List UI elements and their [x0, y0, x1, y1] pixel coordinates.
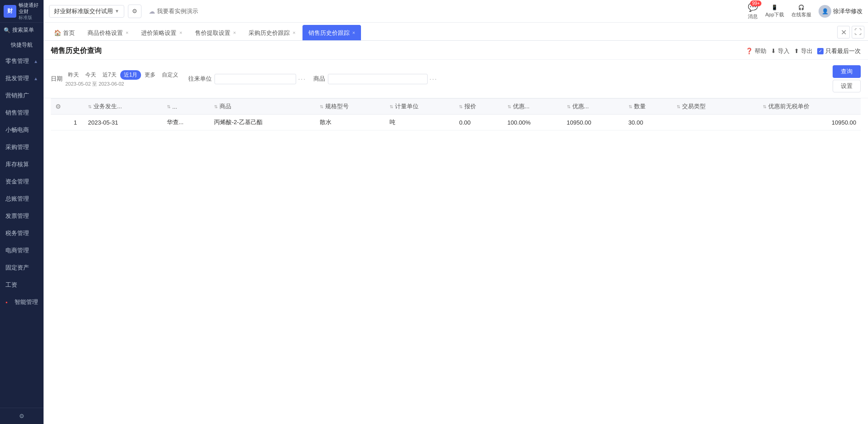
- sidebar-item-ecommerce[interactable]: 电商管理: [0, 242, 44, 259]
- sidebar-quick-nav[interactable]: 快捷导航: [0, 38, 44, 53]
- home-icon: 🏠: [54, 29, 61, 36]
- topbar: 好业财标准版交付试用 ▼ ⚙ ☁ 我要看实例演示 💬 99+ 消息 📱 App下…: [44, 0, 868, 23]
- source-dots[interactable]: ···: [298, 75, 306, 82]
- product-dots[interactable]: ···: [429, 75, 438, 82]
- sidebar-item-sales[interactable]: 销售管理: [0, 104, 44, 121]
- sidebar: 财 畅捷通好业财 标准版 🔍 搜索菜单 快捷导航 零售管理 ▲ 批发管理 ▲ 营…: [0, 0, 44, 424]
- settings-gear-icon: ⚙: [19, 413, 24, 419]
- tab-purchase-history[interactable]: 采购历史价跟踪 ×: [243, 25, 301, 40]
- product-input-wrap: ···: [328, 74, 438, 84]
- tab-close-purchase-strategy[interactable]: ×: [179, 30, 182, 35]
- tab-close-sales-history[interactable]: ×: [352, 30, 355, 35]
- date-btn-more[interactable]: 更多: [142, 70, 158, 80]
- maximize-tab-btn[interactable]: ⛶: [852, 26, 864, 39]
- sidebar-item-assets[interactable]: 固定资产: [0, 259, 44, 276]
- logo-text: 畅捷通好业财 标准版: [19, 2, 40, 21]
- settings-filter-btn[interactable]: 设置: [833, 80, 861, 92]
- sort-pretax-price-icon: ⇅: [763, 104, 766, 109]
- company-selector[interactable]: 好业财标准版交付试用 ▼: [49, 5, 124, 18]
- date-btn-custom[interactable]: 自定义: [159, 70, 181, 80]
- tab-sale-extract[interactable]: 售价提取设置 ×: [189, 25, 242, 40]
- sidebar-item-ecommerce-small[interactable]: 小畅电商: [0, 121, 44, 139]
- th-extra[interactable]: ⇅ ...: [162, 99, 210, 115]
- date-filter-btns: 昨天 今天 近7天 近1月 更多 自定义: [65, 70, 181, 80]
- th-pretax-price[interactable]: ⇅ 优惠前无税单价: [758, 99, 861, 115]
- import-btn[interactable]: ⬇ 导入: [771, 47, 790, 55]
- td-spec: 散水: [315, 115, 385, 130]
- th-unit[interactable]: ⇅ 计量单位: [385, 99, 455, 115]
- data-table: ⚙ ⇅ 业务发生... ⇅: [51, 98, 861, 130]
- sidebar-item-invoice[interactable]: 发票管理: [0, 207, 44, 225]
- sidebar-settings-btn[interactable]: ⚙: [0, 408, 44, 424]
- sidebar-item-inventory[interactable]: 库存核算: [0, 156, 44, 173]
- tab-sales-history[interactable]: 销售历史价跟踪 ×: [302, 25, 361, 40]
- app-download-btn[interactable]: 📱 App下载: [765, 5, 784, 18]
- query-btn[interactable]: 查询: [833, 65, 861, 78]
- close-tab-btn[interactable]: ✕: [837, 26, 850, 39]
- tab-purchase-strategy[interactable]: 进价策略设置 ×: [135, 25, 188, 40]
- sidebar-item-wholesale[interactable]: 批发管理 ▲: [0, 70, 44, 87]
- td-row-settings: [51, 115, 67, 130]
- th-discount1[interactable]: ⇅ 优惠...: [503, 99, 562, 115]
- page-header: 销售历史价查询 ❓ 帮助 ⬇ 导入 ⬆ 导出 ✓: [44, 41, 868, 60]
- th-price[interactable]: ⇅ 报价: [454, 99, 502, 115]
- tab-product-price[interactable]: 商品价格设置 ×: [82, 25, 134, 40]
- table-row[interactable]: 1 2023-05-31 华查... 丙烯酸-2-乙基己酯 散水 吨 0.00 …: [51, 115, 861, 130]
- tabbar-controls: ✕ ⛶: [837, 26, 868, 40]
- sidebar-item-retail[interactable]: 零售管理 ▲: [0, 53, 44, 70]
- chevron-retail-icon: ▲: [34, 59, 38, 64]
- source-input[interactable]: [215, 74, 296, 84]
- sort-discount2-icon: ⇅: [567, 104, 571, 109]
- source-filter-group: 往来单位 ···: [188, 74, 306, 84]
- sidebar-item-ledger[interactable]: 总账管理: [0, 190, 44, 207]
- help-btn[interactable]: ❓ 帮助: [746, 47, 766, 55]
- main-area: 好业财标准版交付试用 ▼ ⚙ ☁ 我要看实例演示 💬 99+ 消息 📱 App下…: [44, 0, 868, 424]
- td-product: 丙烯酸-2-乙基己酯: [210, 115, 315, 130]
- chevron-wholesale-icon: ▲: [34, 76, 38, 81]
- user-profile-btn[interactable]: 👤 徐泽华修改: [819, 5, 863, 18]
- sidebar-item-smart[interactable]: 智能管理: [0, 294, 44, 311]
- sidebar-item-finance[interactable]: 资金管理: [0, 173, 44, 190]
- th-settings[interactable]: ⚙: [51, 99, 67, 115]
- tab-home[interactable]: 🏠 首页: [48, 25, 81, 40]
- th-discount2[interactable]: ⇅ 优惠...: [562, 99, 624, 115]
- selector-arrow-icon: ▼: [115, 9, 119, 14]
- product-input[interactable]: [328, 74, 428, 84]
- td-discount2: 10950.00: [562, 115, 624, 130]
- sidebar-item-tax[interactable]: 税务管理: [0, 225, 44, 242]
- td-discount1: 100.00%: [503, 115, 562, 130]
- only-last-checkbox[interactable]: ✓ 只看最后一次: [817, 47, 861, 55]
- source-label: 往来单位: [188, 75, 212, 83]
- date-range-display: 2023-05-02 至 2023-06-02: [65, 81, 181, 87]
- date-btn-today[interactable]: 今天: [83, 70, 99, 80]
- demo-link[interactable]: ☁ 我要看实例演示: [149, 7, 198, 15]
- topbar-gear-btn[interactable]: ⚙: [128, 5, 141, 18]
- sort-discount1-icon: ⇅: [507, 104, 511, 109]
- th-spec[interactable]: ⇅ 规格型号: [315, 99, 385, 115]
- help-icon: ❓: [746, 48, 753, 54]
- date-btn-last1m[interactable]: 近1月: [120, 70, 141, 80]
- sidebar-item-purchase[interactable]: 采购管理: [0, 139, 44, 156]
- sidebar-item-marketing[interactable]: 营销推广: [0, 87, 44, 104]
- online-service-btn[interactable]: 🎧 在线客服: [791, 5, 811, 18]
- th-business-date[interactable]: ⇅ 业务发生...: [83, 99, 162, 115]
- th-qty[interactable]: ⇅ 数量: [624, 99, 672, 115]
- date-btn-yesterday[interactable]: 昨天: [65, 70, 82, 80]
- th-product[interactable]: ⇅ 商品: [210, 99, 315, 115]
- tab-close-purchase-history[interactable]: ×: [293, 30, 295, 35]
- messages-btn[interactable]: 💬 99+ 消息: [748, 2, 758, 20]
- export-btn[interactable]: ⬆ 导出: [794, 47, 813, 55]
- sidebar-search[interactable]: 🔍 搜索菜单: [0, 23, 44, 38]
- headset-icon: 🎧: [798, 5, 805, 10]
- tab-close-sale-extract[interactable]: ×: [233, 30, 236, 35]
- th-trade-type[interactable]: ⇅ 交易类型: [672, 99, 742, 115]
- date-btn-last7[interactable]: 近7天: [100, 70, 119, 80]
- sidebar-item-salary[interactable]: 工资: [0, 276, 44, 294]
- table-settings-icon[interactable]: ⚙: [55, 103, 61, 110]
- tab-close-product-price[interactable]: ×: [126, 30, 128, 35]
- td-pretax-price: 10950.00: [758, 115, 861, 130]
- sort-unit-icon: ⇅: [390, 104, 393, 109]
- table-header-row: ⚙ ⇅ 业务发生... ⇅: [51, 99, 861, 115]
- avatar: 👤: [819, 5, 831, 18]
- gear-icon: ⚙: [132, 8, 137, 14]
